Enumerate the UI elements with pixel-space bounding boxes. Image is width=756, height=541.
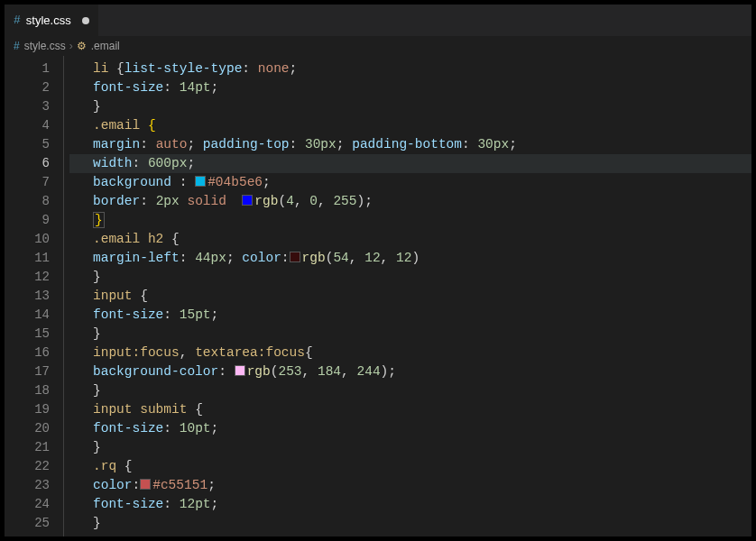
line-number[interactable]: 12: [5, 268, 50, 287]
code-token: padding-bottom: [352, 137, 462, 151]
code-token: 600px: [148, 156, 188, 170]
code-token: {: [108, 61, 124, 76]
code-line[interactable]: font-size: 14pt;: [93, 78, 751, 97]
code-line[interactable]: li {list-style-type: none;: [93, 60, 751, 78]
line-number[interactable]: 21: [5, 438, 50, 457]
code-token: 12: [364, 251, 380, 265]
line-number[interactable]: 2: [5, 78, 50, 97]
code-token: font-size: [93, 497, 163, 511]
code-line[interactable]: input submit {: [93, 400, 751, 419]
code-line[interactable]: .rq {: [93, 457, 751, 476]
line-number[interactable]: 10: [5, 230, 50, 249]
gutter-border: [62, 56, 64, 536]
breadcrumb-file[interactable]: # style.css: [14, 40, 66, 52]
line-number[interactable]: 20: [5, 419, 50, 438]
code-token: }: [93, 326, 101, 341]
code-token: ;: [211, 307, 219, 322]
line-number[interactable]: 1: [5, 60, 50, 78]
code-token: 30px: [477, 137, 509, 151]
code-token: :focus: [133, 345, 180, 360]
color-swatch-icon[interactable]: [242, 195, 253, 206]
code-line[interactable]: font-size: 10pt;: [93, 419, 751, 438]
code-line[interactable]: color:#c55151;: [93, 476, 751, 495]
code-token: :: [281, 251, 290, 265]
code-token: 2px: [156, 194, 180, 208]
code-line[interactable]: }: [93, 514, 751, 533]
code-token: font-size: [93, 307, 163, 322]
line-number[interactable]: 23: [5, 476, 50, 495]
code-line[interactable]: }: [93, 381, 751, 400]
code-line[interactable]: margin-left: 44px; color:rgb(54, 12, 12): [93, 249, 751, 268]
code-token: .email: [93, 232, 140, 246]
code-token: auto: [156, 137, 188, 151]
code-token: 44px: [195, 251, 226, 265]
code-token: font-size: [93, 421, 163, 436]
line-number[interactable]: 8: [5, 192, 50, 211]
code-token: border: [93, 194, 140, 208]
code-token: ;: [226, 251, 242, 265]
code-line[interactable]: background-color: rgb(253, 184, 244);: [93, 362, 751, 381]
line-number[interactable]: 22: [5, 457, 50, 476]
line-number[interactable]: 24: [5, 495, 50, 514]
code-line[interactable]: }: [93, 211, 751, 230]
code-line[interactable]: }: [93, 325, 751, 344]
code-line[interactable]: font-size: 12pt;: [93, 495, 751, 514]
code-token: ,: [294, 194, 309, 208]
breadcrumb-symbol[interactable]: ⚙ .email: [77, 40, 120, 52]
code-line[interactable]: input:focus, textarea:focus{: [93, 344, 751, 362]
code-line[interactable]: background : #04b5e6;: [93, 173, 751, 192]
code-token: }: [93, 383, 101, 398]
code-token: :focus: [258, 345, 305, 360]
code-token: :: [133, 156, 148, 170]
tab-style-css[interactable]: # style.css: [5, 5, 99, 36]
code-token: h2: [148, 232, 163, 246]
color-swatch-icon[interactable]: [140, 479, 151, 490]
code-token: :: [163, 421, 179, 436]
line-number[interactable]: 6: [5, 154, 50, 173]
code-line[interactable]: }: [93, 268, 751, 287]
line-number[interactable]: 4: [5, 116, 50, 135]
code-token: ,: [318, 194, 333, 208]
code-line[interactable]: }: [93, 97, 751, 116]
code-token: none: [258, 61, 290, 76]
color-swatch-icon[interactable]: [290, 252, 300, 262]
line-number[interactable]: 19: [5, 400, 50, 419]
code-line[interactable]: }: [93, 438, 751, 457]
line-number[interactable]: 14: [5, 306, 50, 325]
code-token: ,: [341, 364, 356, 379]
line-number[interactable]: 16: [5, 344, 50, 362]
code-token: );: [381, 364, 396, 379]
line-number[interactable]: 17: [5, 362, 50, 381]
code-line[interactable]: border: 2px solid rgb(4, 0, 255);: [93, 192, 751, 211]
code-token: li: [93, 61, 108, 76]
line-number[interactable]: 25: [5, 514, 50, 533]
line-number[interactable]: 3: [5, 97, 50, 116]
code-line[interactable]: font-size: 15pt;: [93, 306, 751, 325]
line-number[interactable]: 13: [5, 287, 50, 306]
code-line[interactable]: margin: auto; padding-top: 30px; padding…: [93, 135, 751, 154]
code-line[interactable]: .email {: [93, 116, 751, 135]
line-number[interactable]: 9: [5, 211, 50, 230]
line-number-gutter[interactable]: 1234567891011121314151617181920212223242…: [5, 56, 62, 536]
code-token: color: [242, 251, 281, 265]
code-line[interactable]: input {: [93, 287, 751, 306]
code-line[interactable]: width: 600px;: [69, 154, 751, 173]
line-number[interactable]: 15: [5, 325, 50, 344]
code-token: ;: [509, 137, 517, 151]
code-token: solid: [187, 194, 226, 208]
color-swatch-icon[interactable]: [235, 365, 245, 376]
breadcrumbs[interactable]: # style.css › ⚙ .email: [5, 36, 751, 56]
line-number[interactable]: 7: [5, 173, 50, 192]
editor-window: # style.css # style.css › ⚙ .email 12345…: [5, 5, 751, 536]
code-token: 12: [396, 251, 411, 265]
breadcrumb-file-label: style.css: [24, 40, 66, 52]
code-token: #c55151: [152, 478, 207, 492]
line-number[interactable]: 5: [5, 135, 50, 154]
color-swatch-icon[interactable]: [195, 176, 206, 187]
line-number[interactable]: 11: [5, 249, 50, 268]
code-line[interactable]: .email h2 {: [93, 230, 751, 249]
code-area[interactable]: li {list-style-type: none;font-size: 14p…: [69, 56, 751, 536]
code-token: [140, 232, 148, 246]
code-token: ): [411, 251, 419, 265]
line-number[interactable]: 18: [5, 381, 50, 400]
